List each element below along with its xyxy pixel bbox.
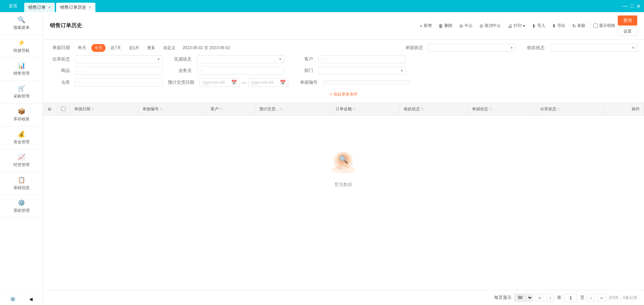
next-page-btn[interactable]: › — [587, 294, 595, 302]
toolbar: + 新增 🗑 删除 ⊘ 中止 ⊘ 取消中止 🖨 打印 — [418, 15, 637, 36]
empty-area: 🔍 暂无数据 — [43, 116, 644, 215]
date-btn-more[interactable]: 更多 — [144, 44, 158, 52]
new-icon: + — [420, 23, 422, 29]
top-bar: 首页 销售订单 ✕ 销售订单历史 ✕ — □ ✕ — [0, 0, 644, 12]
date-btn-today[interactable]: 今天 — [91, 44, 105, 52]
first-page-btn[interactable]: « — [535, 294, 544, 302]
sidebar-item-label: 库存核算 — [13, 116, 30, 122]
outbound-sort-icon: ⇅ — [557, 107, 560, 111]
stop-button[interactable]: ⊘ 中止 — [457, 22, 475, 30]
sidebar-item-operation-mgmt[interactable]: 📈 经营管理 — [0, 149, 43, 172]
date-dash: — — [242, 80, 246, 85]
calendar-to-icon: 📅 — [280, 80, 286, 85]
content-area: 销售订单历史 + 新增 🗑 删除 ⊘ 中止 ⊘ 取消中止 — [43, 12, 644, 305]
new-button[interactable]: + 新增 — [418, 22, 434, 30]
page-size-label: 每页显示 — [494, 295, 512, 301]
sidebar-item-purchase-mgmt[interactable]: 🛒 采购管理 — [0, 81, 43, 104]
delivery-sort-icon: ⇅ — [280, 107, 283, 111]
outbound-status-select[interactable]: ▾ — [75, 55, 163, 63]
display-toggle-checkbox[interactable] — [593, 24, 598, 28]
th-date[interactable]: 单据日期 ⇅ — [70, 103, 138, 116]
sidebar-item-label: 搜索菜单 — [13, 25, 30, 31]
import-button[interactable]: ⬇ 导入 — [530, 22, 547, 30]
order-status-chevron: ▾ — [511, 45, 513, 50]
sidebar-item-basic-info[interactable]: 📋 基础信息 — [0, 172, 43, 195]
date-btn-yesterday[interactable]: 昨天 — [75, 44, 89, 52]
th-customer[interactable]: 客户 ⇅ — [206, 103, 255, 116]
date-label: 单据日期 — [50, 45, 70, 51]
sidebar-item-sales-mgmt[interactable]: 📊 销售管理 — [0, 58, 43, 81]
th-outbound-status[interactable]: 出库状态 ⇅ — [536, 103, 604, 116]
display-toggle[interactable]: 显示明细 — [593, 23, 615, 29]
th-receipt-status[interactable]: 收款状态 ⇅ — [399, 103, 468, 116]
sidebar-item-capital-mgmt[interactable]: 💰 资金管理 — [0, 126, 43, 149]
sales-mgmt-icon: 📊 — [18, 62, 25, 69]
stop-icon: ⊘ — [459, 23, 463, 29]
print-button[interactable]: 🖨 打印 ▾ — [506, 22, 527, 30]
order-no-input[interactable] — [323, 81, 410, 84]
prev-page-btn[interactable]: ‹ — [547, 294, 554, 302]
salesperson-select[interactable]: ··· — [197, 67, 284, 75]
toolbar-divider — [590, 23, 591, 29]
product-select[interactable]: ··· — [75, 67, 163, 75]
delivery-date-to[interactable]: yyyy-mm-dd 📅 — [248, 78, 289, 87]
order-no-label: 单据编号 — [294, 79, 317, 85]
date-btn-last7[interactable]: 近7天 — [108, 44, 124, 52]
data-table: ⚙ 单据日期 ⇅ 单据编号 ⇅ — [43, 103, 644, 215]
th-delivery-date[interactable]: 预计交货... ⇅ — [255, 103, 331, 116]
tab-sales-order-close[interactable]: ✕ — [48, 3, 51, 12]
current-page-input[interactable] — [564, 294, 577, 302]
sidebar-expand-icon[interactable]: ◀ — [29, 297, 33, 302]
tab-sales-order-history[interactable]: 销售订单历史 ✕ — [56, 3, 95, 12]
sidebar-settings-icon[interactable]: ⚙️ — [10, 297, 15, 302]
empty-row: 🔍 暂无数据 — [43, 116, 644, 215]
filter-collapse-btn[interactable]: ∧ 收起更多条件 — [50, 90, 637, 99]
th-settings[interactable]: ⚙ — [43, 103, 56, 116]
filter-row-3: 商品 ··· 业务员 ··· 部门 ▾ — [50, 67, 637, 75]
warehouse-select[interactable]: ··· — [75, 78, 163, 86]
customer-select[interactable]: ··· — [318, 55, 406, 63]
cancel-stop-icon: ⊘ — [479, 23, 483, 29]
completion-status-label: 完成状态 — [168, 56, 191, 62]
purchase-mgmt-icon: 🛒 — [18, 85, 25, 92]
select-all-checkbox[interactable] — [61, 107, 66, 111]
receipt-status-select[interactable]: ▾ — [550, 44, 637, 52]
date-btn-custom[interactable]: 自定义 — [160, 44, 178, 52]
sidebar-item-search-menu[interactable]: 🔍 搜索菜单 — [0, 12, 43, 35]
delivery-date-from[interactable]: yyyy-mm-dd 📅 — [200, 78, 240, 87]
receipt-sort-icon: ⇅ — [421, 107, 424, 111]
customer-dots: ··· — [321, 57, 325, 62]
window-controls: — □ ✕ — [622, 3, 641, 9]
tab-sales-order-history-close[interactable]: ✕ — [88, 3, 91, 12]
th-order-status[interactable]: 单据状态 ⇅ — [468, 103, 536, 116]
completion-status-select[interactable]: ▾ — [197, 55, 284, 63]
product-dots: ··· — [78, 68, 82, 73]
sidebar: 🔍 搜索菜单 ⚡ 快捷导航 📊 销售管理 🛒 采购管理 📦 库存核算 💰 资金管… — [0, 12, 43, 305]
sidebar-item-system-mgmt[interactable]: ⚙️ 系统管理 — [0, 195, 43, 218]
close-btn[interactable]: ✕ — [636, 3, 641, 9]
maximize-btn[interactable]: □ — [630, 3, 634, 9]
query-button[interactable]: 查询 — [618, 15, 637, 26]
order-status-select[interactable]: ▾ — [428, 44, 516, 52]
minimize-btn[interactable]: — — [622, 3, 628, 9]
delete-button[interactable]: 🗑 删除 — [436, 22, 455, 30]
last-page-btn[interactable]: » — [597, 294, 606, 302]
export-button[interactable]: ⬆ 导出 — [550, 22, 567, 30]
refresh-button[interactable]: ↻ 刷新 — [570, 22, 588, 30]
svg-point-5 — [337, 166, 342, 169]
inventory-calc-icon: 📦 — [18, 108, 25, 115]
th-amount[interactable]: 订单金额 ⇅ — [331, 103, 399, 116]
sidebar-item-quick-nav[interactable]: ⚡ 快捷导航 — [0, 35, 43, 58]
print-dropdown-icon: ▾ — [523, 24, 525, 28]
page-size-select[interactable]: 50 10 20 100 — [514, 294, 533, 302]
tab-home[interactable]: 首页 — [3, 0, 23, 12]
th-order-no[interactable]: 单据编号 ⇅ — [138, 103, 206, 116]
tab-sales-order[interactable]: 销售订单 ✕ — [24, 3, 55, 12]
sidebar-item-label: 系统管理 — [13, 208, 30, 214]
sidebar-item-inventory-calc[interactable]: 📦 库存核算 — [0, 104, 43, 126]
cancel-stop-button[interactable]: ⊘ 取消中止 — [477, 22, 503, 30]
settings-button[interactable]: 设置 — [618, 27, 637, 36]
amount-sort-icon: ⇅ — [353, 107, 355, 111]
department-select[interactable]: ▾ — [318, 67, 406, 75]
date-btn-last1m[interactable]: 近1月 — [126, 44, 142, 52]
